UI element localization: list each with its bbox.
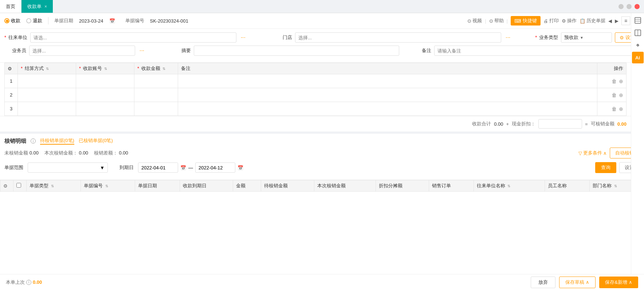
col-current-header: 本次核销金额: [314, 180, 376, 192]
save-new-btn[interactable]: 保存&新增 ∧: [599, 277, 638, 288]
sidebar-ai-icon[interactable]: Ai: [632, 52, 644, 63]
counterpart-more-btn[interactable]: ···: [241, 34, 246, 41]
tab-home[interactable]: 首页: [0, 0, 21, 13]
range-select[interactable]: ▼: [28, 162, 108, 173]
sidebar-table-icon[interactable]: [632, 15, 644, 26]
win-maximize-btn[interactable]: [627, 4, 632, 9]
col-amount-header: 金额: [233, 180, 261, 192]
more-conditions-link[interactable]: ▽ 更多条件 ∧: [578, 150, 607, 156]
win-close-btn[interactable]: [635, 4, 640, 9]
delete-row-icon[interactable]: 🗑: [612, 106, 617, 112]
col-due-header: 收款到期日: [180, 180, 233, 192]
col-sales-order-header: 销售订单: [429, 180, 474, 192]
verify-info-icon[interactable]: i: [31, 138, 36, 144]
amount-cell[interactable]: [134, 74, 178, 88]
chevron-down-icon: ▼: [580, 36, 584, 40]
col-settlement-header: * 结算方式 ⇅: [18, 63, 76, 74]
next-icon[interactable]: ▶: [615, 18, 619, 24]
draft-btn[interactable]: 保存草稿 ∧: [559, 277, 596, 288]
verify-section: 核销明细 i 待核销单据(0笔) 已核销单据(0笔) 未核销金额 0.00 本次…: [0, 132, 644, 180]
note-cell[interactable]: [178, 74, 597, 88]
settlement-cell[interactable]: [18, 88, 76, 102]
keyboard-icon: ⌨: [514, 18, 521, 24]
settlement-cell[interactable]: [18, 74, 76, 88]
select-all-checkbox[interactable]: [16, 183, 21, 188]
table-row: 2 🗑 ⊕: [5, 88, 627, 102]
amount-cell[interactable]: [134, 102, 178, 116]
account-cell[interactable]: [76, 88, 134, 102]
copy-row-icon[interactable]: ⊕: [619, 106, 623, 112]
col-pending-header: 待核销金额: [261, 180, 314, 192]
win-minimize-btn[interactable]: [619, 4, 624, 9]
video-icon: ⊙: [467, 18, 471, 24]
doc-number: SK-20230324-001: [150, 18, 189, 24]
footer-value: 0.00: [33, 279, 42, 285]
col-ops-header: 操作: [597, 63, 627, 74]
amount-cell[interactable]: [134, 88, 178, 102]
video-link[interactable]: ⊙ 视频: [467, 17, 482, 24]
ops-link[interactable]: ⚙ 操作: [562, 17, 577, 24]
discount-input[interactable]: [538, 119, 582, 129]
discard-btn[interactable]: 放弃: [531, 277, 555, 288]
date-value: 2023-03-24: [79, 18, 103, 24]
calendar-icon[interactable]: 📅: [109, 18, 115, 24]
copy-row-icon[interactable]: ⊕: [619, 92, 623, 98]
history-link[interactable]: 📋 历史单据: [580, 17, 605, 24]
query-btn[interactable]: 查询: [595, 162, 616, 173]
note-cell[interactable]: [178, 88, 597, 102]
bottom-table-settings-icon[interactable]: ⚙: [3, 183, 8, 189]
note-cell[interactable]: [178, 102, 597, 116]
print-link[interactable]: 🖨 打印: [543, 17, 559, 24]
right-sidebar: Ai: [631, 13, 644, 274]
date-from-input[interactable]: [138, 162, 178, 173]
calendar-icon[interactable]: 📅: [180, 165, 186, 171]
radio-refund[interactable]: 退款: [26, 17, 42, 24]
history-icon: 📋: [580, 18, 585, 24]
sidebar-split-icon[interactable]: [632, 27, 644, 39]
ops-icon: ⚙: [562, 18, 566, 24]
prev-icon[interactable]: ◀: [608, 18, 612, 24]
col-type-header: 单据类型 ⇅: [27, 180, 81, 192]
copy-row-icon[interactable]: ⊕: [619, 78, 623, 84]
date-to-input[interactable]: [195, 162, 235, 173]
shortcut-btn[interactable]: ⌨ 快捷键: [511, 16, 541, 26]
filter-icon: ▽: [578, 150, 582, 156]
account-cell[interactable]: [76, 74, 134, 88]
store-input[interactable]: [295, 32, 501, 43]
table-row: 3 🗑 ⊕: [5, 102, 627, 116]
col-settings-header[interactable]: ⚙: [5, 63, 18, 74]
summary-row: 收款合计 0.00 + 现金折扣： = 可核销金额 0.00: [0, 116, 644, 132]
biz-type-select[interactable]: 预收款 ▼: [561, 32, 612, 43]
sidebar-link-icon[interactable]: [632, 39, 644, 51]
total-value: 0.00: [494, 121, 503, 127]
store-more-btn[interactable]: ···: [506, 34, 510, 41]
counterpart-input[interactable]: [30, 32, 236, 43]
bottom-table: ⚙ 单据类型 ⇅ 单据编号 ⇅ 单据日期: [0, 180, 644, 192]
note-input[interactable]: [434, 46, 640, 56]
footer-info-icon[interactable]: i: [26, 280, 31, 285]
sales-more-btn[interactable]: ···: [140, 47, 144, 54]
calendar-icon2[interactable]: 📅: [237, 165, 243, 171]
delete-row-icon[interactable]: 🗑: [612, 78, 617, 84]
col-counterpart-header: 往来单位名称 ⇅: [474, 180, 545, 192]
settlement-cell[interactable]: [18, 102, 76, 116]
form-section: * 往来单位 ··· 门店 ··· * 业务类型 预收款 ▼ ⚙ 设置: [0, 29, 644, 63]
chevron-up-icon: ∧: [586, 279, 589, 285]
sales-input[interactable]: [29, 46, 135, 56]
summary-input[interactable]: [194, 46, 399, 56]
col-num-header: 单据编号 ⇅: [80, 180, 135, 192]
bottom-table-section: ⚙ 单据类型 ⇅ 单据编号 ⇅ 单据日期: [0, 180, 644, 192]
gear-icon: ⚙: [8, 66, 12, 71]
tab-receipt[interactable]: 收款单 ×: [21, 0, 53, 13]
delete-row-icon[interactable]: 🗑: [612, 92, 617, 98]
pending-tab[interactable]: 待核销单据(0笔): [40, 137, 74, 145]
filter-row: 单据范围 ▼ 到期日 📅 — 📅 查询 设置: [4, 162, 640, 173]
tab-close-icon[interactable]: ×: [44, 4, 47, 9]
gear-icon: ⚙: [620, 35, 624, 40]
help-link[interactable]: ⊙ 帮助: [489, 17, 504, 24]
radio-receipt[interactable]: 收款: [4, 17, 20, 24]
grid-view-btn[interactable]: ≡: [621, 16, 630, 25]
account-cell[interactable]: [76, 102, 134, 116]
col-discount-header: 折扣分摊额: [376, 180, 429, 192]
done-tab[interactable]: 已核销单据(0笔): [79, 137, 113, 145]
